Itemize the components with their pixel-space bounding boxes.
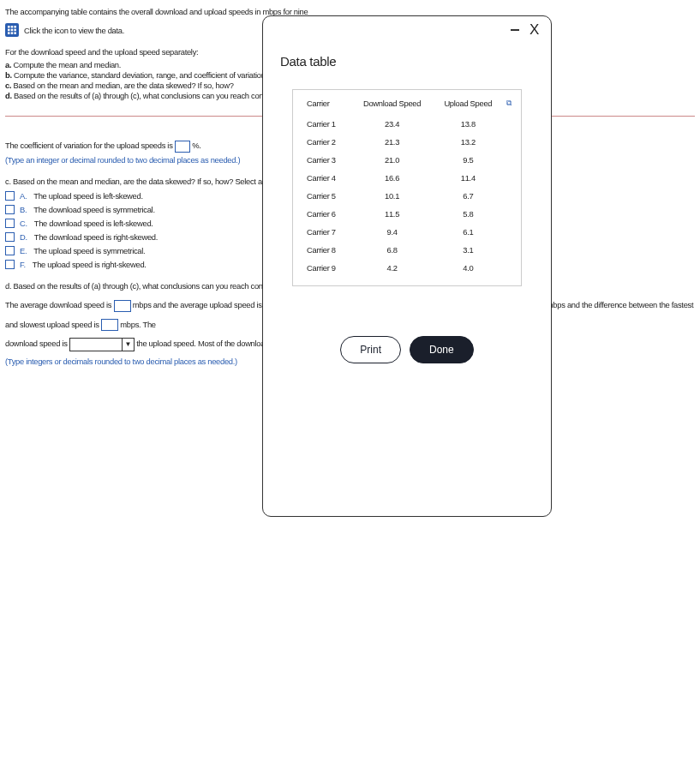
table-cell: 13.8 — [434, 115, 503, 133]
checkbox-a[interactable] — [5, 191, 15, 201]
table-cell: 21.0 — [350, 151, 433, 169]
data-grid-icon[interactable] — [5, 23, 19, 37]
table-cell: Carrier 6 — [300, 205, 350, 223]
table-cell: 13.2 — [434, 133, 503, 151]
task-a-text: Compute the mean and median. — [14, 60, 122, 69]
table-cell: 3.1 — [434, 241, 503, 259]
option-letter-e: E. — [20, 246, 27, 255]
option-letter-c: C. — [20, 219, 27, 228]
table-cell: Carrier 7 — [300, 223, 350, 241]
table-cell: Carrier 5 — [300, 187, 350, 205]
table-cell: Carrier 9 — [300, 259, 350, 277]
option-text-f: The upload speed is right-skewed. — [33, 260, 147, 269]
table-row: Carrier 79.46.1 — [300, 223, 514, 241]
table-cell: Carrier 3 — [300, 151, 350, 169]
data-table-modal: X Data table Carrier Download Speed Uplo… — [262, 15, 552, 373]
svg-rect-5 — [14, 29, 16, 32]
table-row: Carrier 86.83.1 — [300, 241, 514, 259]
done-button[interactable]: Done — [410, 336, 474, 363]
option-text-a: The upload speed is left-skewed. — [33, 191, 142, 201]
svg-rect-0 — [8, 26, 10, 28]
task-a-label: a. — [5, 60, 11, 69]
print-button[interactable]: Print — [340, 336, 401, 363]
task-b-text: Compute the variance, standard deviation… — [14, 70, 267, 80]
data-table-container: Carrier Download Speed Upload Speed ⧉ Ca… — [292, 89, 522, 286]
table-cell: 9.5 — [434, 151, 503, 169]
task-c-label: c. — [5, 81, 11, 90]
task-b-label: b. — [5, 70, 12, 80]
option-letter-d: D. — [20, 232, 27, 242]
modal-title: Data table — [280, 54, 537, 69]
checkbox-b[interactable] — [5, 205, 15, 214]
table-row: Carrier 321.09.5 — [300, 151, 514, 169]
table-cell: Carrier 1 — [300, 115, 350, 133]
option-letter-a: A. — [20, 191, 27, 201]
table-cell: 6.7 — [434, 187, 503, 205]
table-cell: 6.8 — [350, 241, 433, 259]
task-d-label: d. — [5, 91, 12, 100]
table-cell: Carrier 4 — [300, 169, 350, 187]
task-c-text: Based on the mean and median, are the da… — [14, 81, 234, 90]
table-cell: 11.5 — [350, 205, 433, 223]
checkbox-e[interactable] — [5, 246, 15, 255]
table-cell: 6.1 — [434, 223, 503, 241]
col-upload: Upload Speed — [434, 95, 503, 115]
checkbox-d[interactable] — [5, 232, 15, 242]
table-row: Carrier 94.24.0 — [300, 259, 514, 277]
table-row: Carrier 416.611.4 — [300, 169, 514, 187]
col-download: Download Speed — [350, 95, 433, 115]
table-cell: 4.0 — [434, 259, 503, 277]
option-text-b: The download speed is symmetrical. — [33, 205, 154, 214]
option-text-d: The download speed is right-skewed. — [34, 232, 158, 242]
minimize-icon[interactable] — [511, 29, 519, 31]
table-cell: 21.3 — [350, 133, 433, 151]
table-cell: 9.4 — [350, 223, 433, 241]
table-row: Carrier 123.413.8 — [300, 115, 514, 133]
svg-rect-8 — [14, 32, 16, 34]
table-cell: 10.1 — [350, 187, 433, 205]
table-cell: 11.4 — [434, 169, 503, 187]
table-cell: Carrier 2 — [300, 133, 350, 151]
option-text-e: The upload speed is symmetrical. — [33, 246, 145, 255]
svg-rect-3 — [8, 29, 10, 32]
table-cell: Carrier 8 — [300, 241, 350, 259]
table-cell: 4.2 — [350, 259, 433, 277]
table-cell: 23.4 — [350, 115, 433, 133]
svg-rect-2 — [14, 26, 16, 28]
data-table: Carrier Download Speed Upload Speed ⧉ Ca… — [300, 95, 514, 277]
table-cell: 5.8 — [434, 205, 503, 223]
table-row: Carrier 611.55.8 — [300, 205, 514, 223]
close-icon[interactable]: X — [529, 21, 539, 39]
diff-upload-input[interactable] — [101, 319, 118, 331]
svg-rect-1 — [11, 26, 14, 28]
cv-input[interactable] — [175, 141, 190, 153]
checkbox-c[interactable] — [5, 219, 15, 228]
click-icon-text: Click the icon to view the data. — [24, 26, 124, 35]
option-text-c: The download speed is left-skewed. — [34, 219, 153, 228]
table-row: Carrier 221.313.2 — [300, 133, 514, 151]
table-cell: 16.6 — [350, 169, 433, 187]
svg-rect-6 — [8, 32, 10, 34]
chevron-down-icon: ▼ — [122, 338, 134, 351]
checkbox-f[interactable] — [5, 260, 15, 269]
option-letter-f: F. — [20, 260, 26, 269]
option-letter-b: B. — [20, 205, 27, 214]
table-row: Carrier 510.16.7 — [300, 187, 514, 205]
col-carrier: Carrier — [300, 95, 350, 115]
svg-rect-7 — [11, 32, 14, 34]
avg-download-input[interactable] — [114, 300, 131, 312]
svg-rect-4 — [11, 29, 14, 32]
copy-icon[interactable]: ⧉ — [503, 95, 514, 115]
download-compare-select[interactable]: ▼ — [69, 338, 135, 351]
